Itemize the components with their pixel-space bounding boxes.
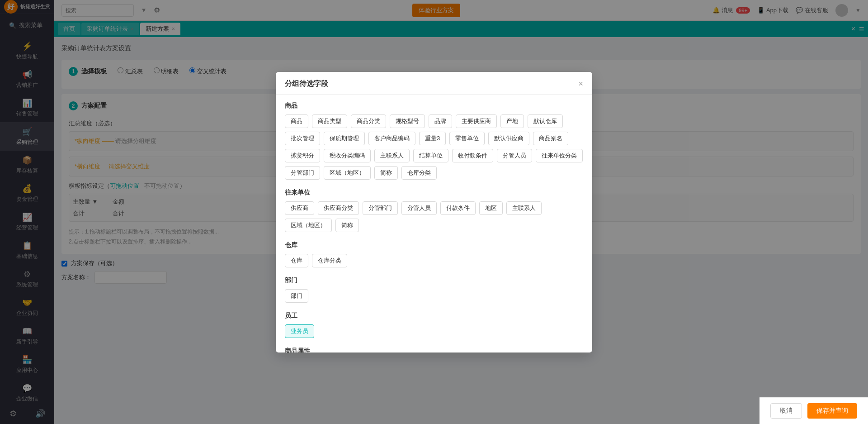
field-tag-item[interactable]: 简称 [335, 219, 359, 232]
field-tag-item[interactable]: 结算单位 [413, 149, 448, 162]
field-tag-item[interactable]: 主要供应商 [456, 114, 497, 128]
field-tag-item[interactable]: 品牌 [429, 114, 452, 128]
field-tag-item[interactable]: 仓库分类 [312, 254, 347, 267]
field-tag-item[interactable]: 分管人员 [497, 149, 532, 162]
footer-actions: 取消 保存并查询 [760, 397, 868, 424]
modal-close-button[interactable]: × [578, 79, 583, 89]
modal-title: 分组待选字段 [285, 79, 328, 89]
field-tag-item[interactable]: 商品分类 [351, 114, 386, 128]
field-group-product-title: 商品 [285, 102, 583, 110]
field-tag-item[interactable]: 拣货积分 [285, 149, 320, 162]
field-group-dept-title: 部门 [285, 276, 583, 285]
field-tag-item[interactable]: 保质期管理 [324, 132, 365, 145]
field-tag-item[interactable]: 税收分类编码 [324, 149, 371, 162]
confirm-button[interactable]: 保存并查询 [807, 403, 857, 419]
field-group-warehouse-title: 仓库 [285, 241, 583, 249]
field-tag-item[interactable]: 规格型号 [390, 114, 425, 128]
field-tag-item[interactable]: 商品 [285, 114, 308, 128]
field-tag-item[interactable]: 商品类型 [312, 114, 347, 128]
field-tag-item[interactable]: 分管人员 [401, 201, 437, 215]
field-tag-item[interactable]: 区域（地区） [285, 219, 332, 232]
field-group-dept: 部门 部门 [285, 276, 583, 303]
cancel-button[interactable]: 取消 [770, 403, 802, 419]
field-select-modal: 分组待选字段 × 商品 商品商品类型商品分类规格型号品牌主要供应商产地默认仓库批… [276, 72, 592, 353]
field-tag-item[interactable]: 主联系人 [506, 201, 542, 215]
field-tag-item[interactable]: 商品别名 [533, 132, 568, 145]
modal-body: 商品 商品商品类型商品分类规格型号品牌主要供应商产地默认仓库批次管理保质期管理客… [276, 95, 592, 353]
field-tag-item[interactable]: 零售单位 [449, 132, 485, 145]
field-tag-item[interactable]: 主联系人 [374, 149, 410, 162]
field-tag-item[interactable]: 收付款条件 [452, 149, 493, 162]
field-tags-employee: 业务员 [285, 324, 583, 338]
field-tag-item[interactable]: 仓库 [285, 254, 308, 267]
modal-overlay: 分组待选字段 × 商品 商品商品类型商品分类规格型号品牌主要供应商产地默认仓库批… [0, 0, 868, 424]
field-tag-item[interactable]: 区域（地区） [324, 166, 371, 180]
field-group-employee: 员工 业务员 [285, 312, 583, 338]
field-tag-item[interactable]: 供应商 [285, 201, 314, 215]
field-tag-item[interactable]: 分管部门 [285, 166, 320, 180]
field-tag-item[interactable]: 默认供应商 [488, 132, 529, 145]
field-tags-warehouse: 仓库仓库分类 [285, 254, 583, 267]
field-tag-item[interactable]: 付款条件 [440, 201, 476, 215]
field-tag-item[interactable]: 默认仓库 [528, 114, 563, 128]
field-tags-dept: 部门 [285, 289, 583, 303]
field-tag-item[interactable]: 部门 [285, 289, 308, 303]
field-tags-counterparty: 供应商供应商分类分管部门分管人员付款条件地区主联系人区域（地区）简称 [285, 201, 583, 232]
field-group-counterparty: 往来单位 供应商供应商分类分管部门分管人员付款条件地区主联系人区域（地区）简称 [285, 189, 583, 232]
field-tag-item[interactable]: 往来单位分类 [536, 149, 583, 162]
field-tag-item[interactable]: 业务员 [285, 324, 314, 338]
field-group-attrs-title: 商品属性 [285, 347, 583, 353]
field-tag-item[interactable]: 产地 [500, 114, 524, 128]
field-tags-product: 商品商品类型商品分类规格型号品牌主要供应商产地默认仓库批次管理保质期管理客户商品… [285, 114, 583, 180]
field-tag-item[interactable]: 批次管理 [285, 132, 320, 145]
modal-header: 分组待选字段 × [276, 72, 592, 95]
field-tag-item[interactable]: 供应商分类 [318, 201, 359, 215]
field-group-attrs: 商品属性 属性颜色多规格尺码鞋码1 [285, 347, 583, 353]
field-group-employee-title: 员工 [285, 312, 583, 320]
field-tag-item[interactable]: 地区 [479, 201, 503, 215]
field-group-warehouse: 仓库 仓库仓库分类 [285, 241, 583, 267]
field-tag-item[interactable]: 分管部门 [363, 201, 398, 215]
field-group-counterparty-title: 往来单位 [285, 189, 583, 197]
field-group-product: 商品 商品商品类型商品分类规格型号品牌主要供应商产地默认仓库批次管理保质期管理客… [285, 102, 583, 180]
field-tag-item[interactable]: 简称 [374, 166, 398, 180]
field-tag-item[interactable]: 重量3 [419, 132, 446, 145]
field-tag-item[interactable]: 仓库分类 [401, 166, 437, 180]
field-tag-item[interactable]: 客户商品编码 [368, 132, 415, 145]
